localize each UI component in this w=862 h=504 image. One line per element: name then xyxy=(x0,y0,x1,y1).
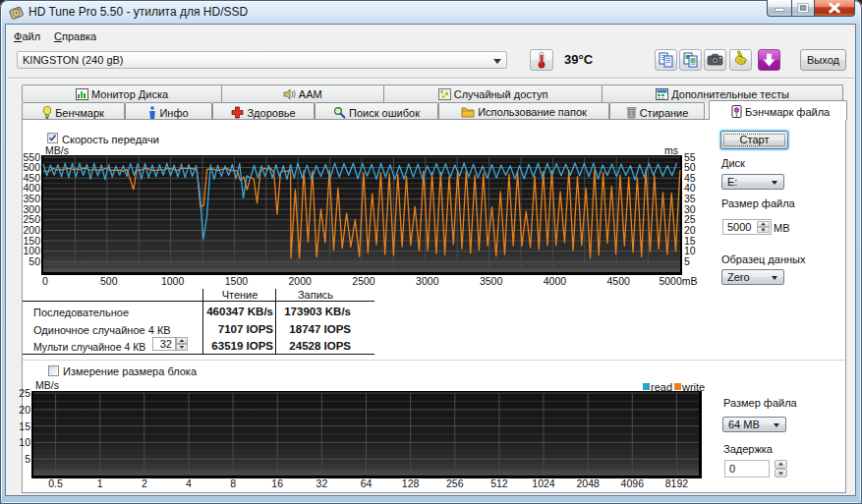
svg-text:20: 20 xyxy=(19,404,30,416)
svg-text:64: 64 xyxy=(361,477,373,489)
svg-text:2500: 2500 xyxy=(352,275,375,287)
svg-text:8: 8 xyxy=(230,477,236,489)
svg-text:2048: 2048 xyxy=(577,477,601,489)
svg-text:256: 256 xyxy=(446,477,464,489)
svg-text:4000: 4000 xyxy=(544,275,567,287)
svg-text:1024: 1024 xyxy=(532,477,555,489)
svg-text:512: 512 xyxy=(490,477,508,489)
svg-text:1500: 1500 xyxy=(225,275,249,287)
svg-text:25: 25 xyxy=(19,387,30,399)
svg-text:8192: 8192 xyxy=(665,477,689,489)
svg-text:4500: 4500 xyxy=(607,275,631,287)
svg-text:3000: 3000 xyxy=(416,275,439,287)
svg-text:0.5: 0.5 xyxy=(48,477,63,489)
svg-text:5: 5 xyxy=(684,255,690,267)
svg-text:2000: 2000 xyxy=(289,275,313,287)
svg-text:32: 32 xyxy=(316,477,328,489)
svg-text:50: 50 xyxy=(29,255,40,267)
svg-text:1: 1 xyxy=(97,477,103,489)
svg-text:5000mB: 5000mB xyxy=(659,275,697,287)
svg-text:128: 128 xyxy=(402,477,420,489)
svg-text:1000: 1000 xyxy=(161,275,185,287)
svg-text:10: 10 xyxy=(19,436,30,448)
svg-text:5: 5 xyxy=(25,453,30,465)
svg-text:15: 15 xyxy=(19,420,30,432)
svg-text:500: 500 xyxy=(100,275,118,287)
svg-text:ms: ms xyxy=(664,144,678,156)
svg-text:0: 0 xyxy=(42,275,48,287)
svg-text:16: 16 xyxy=(271,477,283,489)
svg-text:3500: 3500 xyxy=(480,275,503,287)
svg-text:MB/s: MB/s xyxy=(35,379,59,391)
svg-text:4096: 4096 xyxy=(621,477,645,489)
svg-text:2: 2 xyxy=(142,477,147,489)
svg-text:MB/s: MB/s xyxy=(45,144,69,156)
svg-text:4: 4 xyxy=(186,477,192,489)
